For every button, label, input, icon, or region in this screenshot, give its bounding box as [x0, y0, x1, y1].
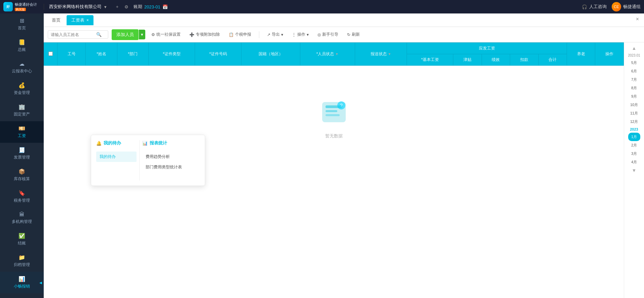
tax-report-label: 个税申报	[235, 32, 251, 37]
tab-close-icon[interactable]: ×	[86, 18, 89, 23]
timeline-up-nav[interactable]: ▲	[631, 44, 638, 52]
home-icon: ⊞	[20, 18, 24, 24]
add-btn-label: 添加人员	[116, 32, 134, 38]
content-area: 首页 工资表 × × 🔍 添加人员 ▾ ⚙ 统一社保设置	[44, 13, 644, 298]
add-btn-dropdown[interactable]: ▾	[139, 30, 145, 39]
tab-home[interactable]: 首页	[47, 15, 65, 25]
sidebar-item-settlement[interactable]: ✅ 结账	[0, 229, 44, 250]
tab-salary[interactable]: 工资表 ×	[67, 15, 93, 25]
service-label: 人工咨询	[589, 4, 607, 10]
timeline-month-5[interactable]: 5月	[624, 59, 644, 67]
dp-item-my-todo[interactable]: 我的待办	[96, 152, 137, 162]
social-label: 统一社保设置	[156, 32, 181, 37]
search-input[interactable]	[51, 32, 94, 37]
timeline-month-11[interactable]: 11月	[624, 109, 644, 118]
building-icon: 🏢	[18, 104, 25, 110]
sidebar-label-archive: 归档管理	[14, 262, 30, 268]
export-label: 导出	[272, 32, 280, 37]
sidebar-item-ledger[interactable]: 📒 总账	[0, 35, 44, 57]
social-insurance-button[interactable]: ⚙ 统一社保设置	[149, 30, 183, 39]
refresh-button[interactable]: ↻ 刷新	[344, 30, 363, 39]
sidebar: ⊞ 首页 📒 总账 ☁ 云报表中心 💰 资金管理 🏢 固定资产 💴 工资 🧾 发…	[0, 13, 44, 298]
timeline-month-7[interactable]: 7月	[624, 75, 644, 84]
special-deduction-button[interactable]: ➕ 专项附加扣除	[187, 30, 223, 39]
th-performance: 绩效	[482, 54, 510, 66]
timeline-month-8[interactable]: 8月	[624, 84, 644, 92]
timeline-month-12[interactable]: 12月	[624, 118, 644, 126]
timeline-month-9[interactable]: 9月	[624, 92, 644, 101]
sidebar-item-fixed-assets[interactable]: 🏢 固定资产	[0, 100, 44, 121]
stats-icon: 📊	[142, 141, 148, 146]
todo-icon: 🔔	[96, 141, 102, 146]
xiao-chang-icon: 📊	[18, 276, 25, 282]
export-dropdown-icon: ▾	[281, 32, 283, 37]
special-label: 专项附加扣除	[196, 32, 220, 37]
th-total: 合计	[538, 54, 567, 66]
select-all-checkbox[interactable]	[48, 52, 53, 56]
chevron-down-icon[interactable]: ▾	[104, 4, 107, 9]
th-checkbox[interactable]	[44, 43, 58, 66]
logo-text: 畅捷通好会计 购买版	[15, 2, 37, 12]
sidebar-item-invoice[interactable]: 🧾 发票管理	[0, 143, 44, 164]
service-area[interactable]: 🎧 人工咨询	[582, 4, 607, 10]
user-area[interactable]: CE 畅捷通组	[612, 2, 641, 11]
operation-icon: ⋮	[292, 32, 296, 37]
dp-item-expense-trend[interactable]: 费用趋势分析	[142, 152, 189, 162]
sidebar-item-salary[interactable]: 💴 工资	[0, 121, 44, 143]
sidebar-item-home[interactable]: ⊞ 首页	[0, 13, 44, 35]
operation-dropdown-icon: ▾	[307, 32, 309, 37]
operation-button[interactable]: ⋮ 操作 ▾	[289, 30, 311, 39]
timeline-month-1-current[interactable]: 1月	[628, 133, 640, 141]
company-selector[interactable]: 西安虾米网络科技有限公司 ▾	[44, 4, 112, 10]
add-icon[interactable]: ＋	[115, 4, 119, 10]
tax-report-icon: 📋	[229, 32, 234, 37]
add-person-button[interactable]: 添加人员	[112, 29, 139, 40]
timeline-month-6[interactable]: 6月	[624, 67, 644, 75]
tax-report-button[interactable]: 📋 个税申报	[226, 30, 254, 39]
cloud-icon: ☁	[19, 61, 25, 67]
th-idtype: *证件类型	[148, 43, 195, 66]
logo-area: 好 畅捷通好会计 购买版	[3, 2, 44, 12]
th-base-salary: *基本工资	[407, 54, 453, 66]
export-button[interactable]: ↗ 导出 ▾	[264, 30, 286, 39]
sidebar-item-tax[interactable]: 🔖 税务管理	[0, 186, 44, 207]
sidebar-item-basic[interactable]: ⚙ 基础设置	[0, 293, 44, 298]
sidebar-item-archive[interactable]: 📁 归档管理	[0, 250, 44, 272]
sidebar-item-cloud-report[interactable]: ☁ 云报表中心	[0, 57, 44, 78]
period-area: 账期 2023-01 📅	[134, 4, 168, 10]
window-close-button[interactable]: ×	[636, 16, 639, 22]
main-layout: ⊞ 首页 📒 总账 ☁ 云报表中心 💰 资金管理 🏢 固定资产 💴 工资 🧾 发…	[0, 13, 644, 298]
top-icons: ＋ ⚙	[115, 4, 128, 10]
sidebar-label-ledger: 总账	[18, 47, 26, 53]
guide-button[interactable]: ◎ 新手引导	[315, 30, 341, 39]
sidebar-label-tax: 税务管理	[14, 198, 30, 203]
company-name: 西安虾米网络科技有限公司	[49, 4, 102, 10]
svg-rect-2	[326, 110, 337, 112]
sidebar-item-inventory[interactable]: 📦 库存核算	[0, 164, 44, 186]
timeline-down-nav[interactable]: ▼	[631, 166, 638, 174]
headset-icon: 🎧	[582, 4, 587, 9]
timeline-month-2[interactable]: 2月	[624, 141, 644, 150]
sidebar-item-multi-org[interactable]: 🏛 多机构管理	[0, 207, 44, 229]
dropdown-content: 🔔 我的待办 我的待办 📊 报表统计 费用趋势分析	[96, 140, 200, 180]
timeline-month-3[interactable]: 3月	[624, 150, 644, 158]
empty-icon: ?	[317, 95, 351, 129]
sidebar-item-xiao-chang[interactable]: 📊 小畅报销 ◀	[0, 272, 44, 293]
th-allowance: 津贴	[453, 54, 482, 66]
dp-item-dept-expense[interactable]: 部门费用类型统计表	[142, 162, 189, 172]
calendar-icon[interactable]: 📅	[162, 4, 168, 9]
guide-label: 新手引导	[322, 32, 338, 37]
search-box: 🔍	[48, 30, 108, 39]
guide-toolbar-icon: ◎	[317, 32, 321, 37]
social-icon: ⚙	[151, 32, 155, 37]
settings-icon[interactable]: ⚙	[124, 4, 128, 9]
timeline-month-4[interactable]: 4月	[624, 158, 644, 166]
timeline-month-10[interactable]: 10月	[624, 101, 644, 109]
th-empno: 工号	[58, 43, 86, 66]
sidebar-label-home: 首页	[18, 25, 26, 31]
svg-rect-3	[326, 114, 340, 116]
sidebar-item-fund[interactable]: 💰 资金管理	[0, 78, 44, 100]
sidebar-label-multi-org: 多机构管理	[12, 219, 32, 225]
search-icon[interactable]: 🔍	[96, 32, 102, 37]
operation-label: 操作	[297, 32, 305, 37]
